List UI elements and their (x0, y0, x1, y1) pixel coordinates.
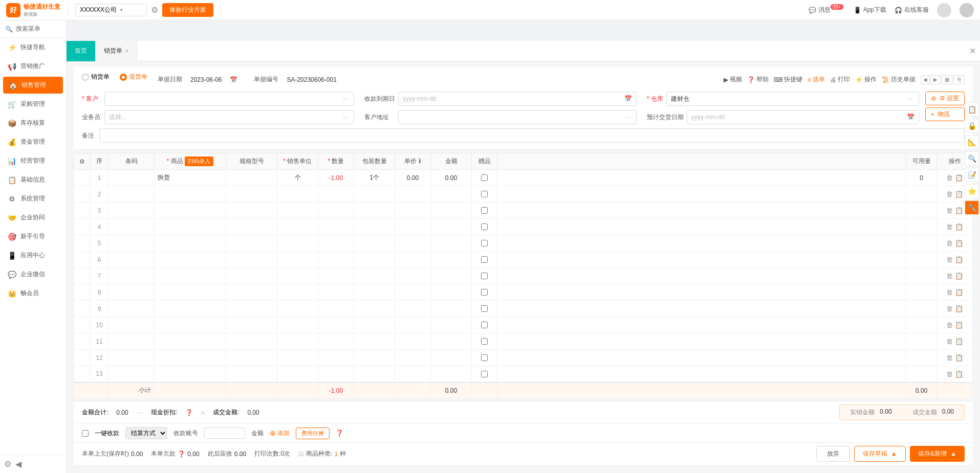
row-qty[interactable] (318, 186, 354, 202)
row-barcode[interactable] (108, 219, 155, 235)
customer-input[interactable]: ··· (104, 92, 354, 106)
row-unit[interactable] (277, 317, 318, 333)
avatar[interactable] (937, 3, 951, 17)
row-remark[interactable] (497, 235, 906, 252)
row-pkg-qty[interactable] (354, 252, 395, 268)
row-gift[interactable] (472, 202, 497, 219)
row-unit-price[interactable] (395, 284, 431, 301)
row-barcode[interactable] (108, 284, 155, 301)
customer-more-icon[interactable]: ··· (340, 95, 350, 102)
delete-row-icon[interactable]: 🗑 (946, 337, 953, 345)
row-pkg-qty[interactable]: 1个 (354, 170, 395, 186)
history-btn[interactable]: 📜 历史单据 (882, 75, 916, 84)
sidebar-item-finance[interactable]: 💰 资金管理 (0, 132, 66, 151)
row-qty[interactable] (318, 202, 354, 219)
sidebar-item-guide[interactable]: 🎯 新手引导 (0, 227, 66, 246)
delete-row-icon[interactable]: 🗑 (946, 288, 953, 296)
row-unit[interactable]: 个 (277, 170, 318, 186)
row-unit-price[interactable] (395, 252, 431, 268)
row-remark[interactable] (497, 284, 906, 301)
customer-address-input[interactable]: ··· (398, 110, 637, 124)
payment-due-input[interactable]: yyyy-mm-dd 📅 (398, 92, 637, 106)
doc-owed2-question[interactable]: ❓ (178, 451, 185, 458)
print-btn[interactable]: 🖨 打印 (830, 75, 850, 84)
row-barcode[interactable] (108, 252, 155, 268)
row-qty[interactable] (318, 235, 354, 252)
copy-row-icon[interactable]: 📋 (955, 288, 963, 296)
row-product[interactable] (155, 317, 226, 333)
row-spec[interactable] (226, 317, 277, 333)
row-unit-price[interactable] (395, 186, 431, 202)
company-selector[interactable]: XXXXXX公司 ▼ (75, 4, 147, 16)
gift-checkbox[interactable] (481, 305, 488, 312)
sidebar-item-sales[interactable]: 🏠 销售管理 (3, 77, 63, 94)
address-more-icon[interactable]: ··· (623, 114, 632, 121)
row-qty[interactable] (318, 219, 354, 235)
expense-split-btn[interactable]: 费用分摊 (296, 427, 330, 439)
row-spec[interactable] (226, 301, 277, 317)
row-amount[interactable] (431, 219, 472, 235)
copy-row-icon[interactable]: 📋 (955, 239, 963, 247)
sidebar-item-operation[interactable]: 📊 经营管理 (0, 151, 66, 170)
sidebar-item-system[interactable]: ⚙ 系统管理 (0, 189, 66, 208)
row-pkg-qty[interactable] (354, 284, 395, 301)
copy-row-icon[interactable]: 📋 (955, 272, 963, 280)
row-product[interactable] (155, 252, 226, 268)
row-unit[interactable] (277, 284, 318, 301)
gift-checkbox[interactable] (481, 289, 488, 296)
row-qty[interactable] (318, 317, 354, 333)
copy-row-icon[interactable]: 📋 (955, 223, 963, 231)
row-spec[interactable] (226, 284, 277, 301)
delete-row-icon[interactable]: 🗑 (946, 174, 953, 182)
gift-checkbox[interactable] (481, 191, 488, 197)
avatar2[interactable] (960, 3, 974, 17)
row-unit-price[interactable] (395, 219, 431, 235)
row-barcode[interactable] (108, 186, 155, 202)
row-remark[interactable] (497, 170, 906, 186)
row-barcode[interactable] (108, 268, 155, 284)
row-qty[interactable] (318, 301, 354, 317)
row-amount[interactable] (431, 284, 472, 301)
scroll-right-btn[interactable]: ▶ (931, 75, 940, 84)
gift-checkbox[interactable] (481, 354, 488, 361)
sidebar-item-wechat[interactable]: 💬 企业微信 (0, 265, 66, 284)
row-barcode[interactable] (108, 366, 155, 382)
warehouse-input[interactable]: 建材仓 ··· (666, 92, 919, 106)
row-qty[interactable] (318, 350, 354, 366)
row-unit-price[interactable] (395, 350, 431, 366)
mini-zoom-btn[interactable]: 🔍 (965, 151, 979, 166)
row-amount[interactable] (431, 350, 472, 366)
delete-row-icon[interactable]: 🗑 (946, 370, 953, 378)
row-pkg-qty[interactable] (354, 317, 395, 333)
row-product[interactable] (155, 333, 226, 350)
row-unit-price[interactable] (395, 235, 431, 252)
sidebar-item-inventory[interactable]: 📦 库存核算 (0, 114, 66, 132)
row-unit[interactable] (277, 235, 318, 252)
row-spec[interactable] (226, 219, 277, 235)
row-remark[interactable] (497, 252, 906, 268)
row-product[interactable] (155, 350, 226, 366)
row-remark[interactable] (497, 350, 906, 366)
row-unit-price[interactable] (395, 268, 431, 284)
row-gift[interactable] (472, 268, 497, 284)
copy-row-icon[interactable]: 📋 (955, 207, 963, 214)
copy-row-icon[interactable]: 📋 (955, 256, 963, 263)
abandon-button[interactable]: 放弃 (816, 446, 850, 462)
settings-bottom-icon[interactable]: ⚙ (4, 459, 11, 469)
mini-clipboard-btn[interactable]: 📋 (965, 102, 979, 117)
row-remark[interactable] (497, 333, 906, 350)
close-window-icon[interactable]: ✕ (969, 47, 976, 55)
row-unit-price[interactable]: 0.00 (395, 170, 431, 186)
row-pkg-qty[interactable] (354, 186, 395, 202)
row-spec[interactable] (226, 170, 277, 186)
row-product[interactable] (155, 186, 226, 202)
row-qty[interactable] (318, 268, 354, 284)
setting-button[interactable]: ⚙ ⚙ 设置 (925, 92, 965, 105)
gift-checkbox[interactable] (481, 174, 488, 181)
row-spec[interactable] (226, 268, 277, 284)
row-pkg-qty[interactable] (354, 268, 395, 284)
row-amount[interactable] (431, 235, 472, 252)
row-gift[interactable] (472, 170, 497, 186)
row-spec[interactable] (226, 366, 277, 382)
row-gift[interactable] (472, 284, 497, 301)
